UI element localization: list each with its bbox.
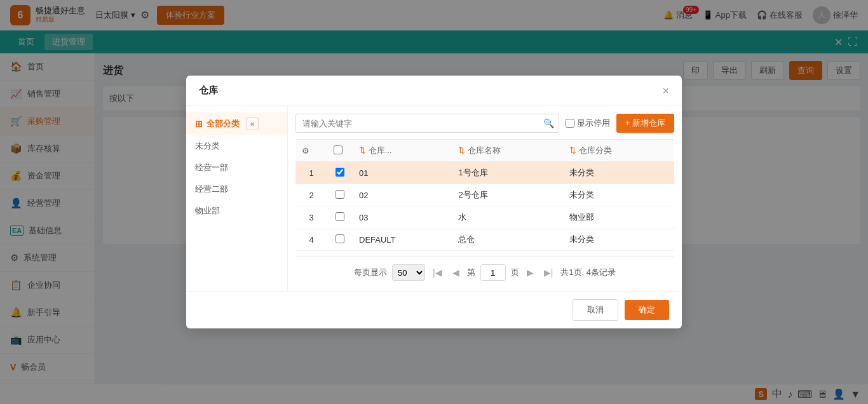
modal-close-button[interactable]: ×	[662, 85, 669, 97]
table-row[interactable]: 4 DEFAULT 总仓 未分类	[295, 229, 674, 251]
row-num: 1	[295, 162, 327, 184]
gear-icon: ⚙	[302, 146, 309, 156]
grid-icon: ⊞	[195, 119, 203, 129]
th-name: ⇅ 仓库名称	[452, 140, 563, 162]
show-disabled-checkbox[interactable]	[566, 119, 574, 128]
th-code: ⇅ 仓库...	[353, 140, 452, 162]
add-warehouse-button[interactable]: + 新增仓库	[616, 114, 674, 133]
category-sidebar: ⊞ 全部分类 « 未分类 经营一部 经营二部 物业部	[186, 106, 288, 291]
sort-icon2: ⇅	[458, 145, 465, 155]
row-category: 未分类	[563, 162, 674, 184]
row-category: 物业部	[563, 206, 674, 229]
row-code: DEFAULT	[353, 229, 452, 251]
first-page-button[interactable]: |◀	[430, 266, 445, 279]
select-all-checkbox[interactable]	[334, 145, 342, 154]
table-scroll: ⚙ ⇅ 仓库... ⇅	[295, 139, 674, 251]
table-row[interactable]: 1 01 1号仓库 未分类	[295, 162, 674, 184]
row-category: 未分类	[563, 184, 674, 206]
row-name: 2号仓库	[452, 184, 563, 206]
row-category: 未分类	[563, 229, 674, 251]
cancel-button[interactable]: 取消	[573, 299, 618, 321]
modal-title: 仓库	[199, 84, 218, 97]
category-dept2[interactable]: 经营二部	[186, 178, 287, 200]
row-num: 2	[295, 184, 327, 206]
row-num: 3	[295, 206, 327, 229]
table-row[interactable]: 2 02 2号仓库 未分类	[295, 184, 674, 206]
table-toolbar: 🔍 显示停用 + 新增仓库	[295, 114, 674, 133]
table-body: 1 01 1号仓库 未分类 2 02 2号仓库 未分类 3 03 水 物业部 4…	[295, 162, 674, 251]
category-property[interactable]: 物业部	[186, 200, 287, 222]
modal-overlay[interactable]: 仓库 × ⊞ 全部分类 « 未分类 经营一部 经营二部	[0, 0, 868, 404]
search-input[interactable]	[295, 114, 559, 133]
total-info: 共1页, 4条记录	[560, 267, 616, 278]
row-num: 4	[295, 229, 327, 251]
th-check	[327, 140, 353, 162]
category-unclassified[interactable]: 未分类	[186, 135, 287, 157]
page-number-input[interactable]	[480, 264, 506, 281]
sort-icon3: ⇅	[569, 145, 576, 155]
row-name: 总仓	[452, 229, 563, 251]
next-page-button[interactable]: ▶	[524, 266, 536, 279]
table-row[interactable]: 3 03 水 物业部	[295, 206, 674, 229]
prev-page-button[interactable]: ◀	[450, 266, 462, 279]
modal-footer: 取消 确定	[186, 291, 682, 328]
category-all[interactable]: ⊞ 全部分类 «	[186, 112, 287, 135]
th-category: ⇅ 仓库分类	[563, 140, 674, 162]
row-check[interactable]	[327, 206, 353, 229]
row-code: 02	[353, 184, 452, 206]
th-gear: ⚙	[295, 140, 327, 162]
row-name: 1号仓库	[452, 162, 563, 184]
modal-header: 仓库 ×	[186, 76, 682, 106]
row-name: 水	[452, 206, 563, 229]
row-code: 01	[353, 162, 452, 184]
search-wrap: 🔍	[295, 114, 559, 133]
warehouse-modal: 仓库 × ⊞ 全部分类 « 未分类 经营一部 经营二部	[186, 76, 682, 328]
row-check[interactable]	[327, 162, 353, 184]
category-dept1[interactable]: 经营一部	[186, 157, 287, 178]
page-size-select[interactable]: 501020100	[392, 264, 425, 281]
row-check[interactable]	[327, 184, 353, 206]
last-page-button[interactable]: ▶|	[541, 266, 556, 279]
warehouse-table: ⚙ ⇅ 仓库... ⇅	[295, 139, 674, 251]
sort-icon: ⇅	[359, 145, 366, 155]
confirm-button[interactable]: 确定	[625, 300, 669, 320]
pagination: 每页显示 501020100 |◀ ◀ 第 页 ▶ ▶| 共1页, 4条记录	[295, 256, 674, 283]
show-disabled-label: 显示停用	[566, 118, 610, 129]
table-area: 🔍 显示停用 + 新增仓库 ⚙	[288, 106, 682, 291]
row-code: 03	[353, 206, 452, 229]
modal-body: ⊞ 全部分类 « 未分类 经营一部 经营二部 物业部	[186, 106, 682, 291]
collapse-button[interactable]: «	[246, 118, 259, 130]
search-icon[interactable]: 🔍	[543, 118, 554, 128]
row-check[interactable]	[327, 229, 353, 251]
table-head: ⚙ ⇅ 仓库... ⇅	[295, 140, 674, 162]
